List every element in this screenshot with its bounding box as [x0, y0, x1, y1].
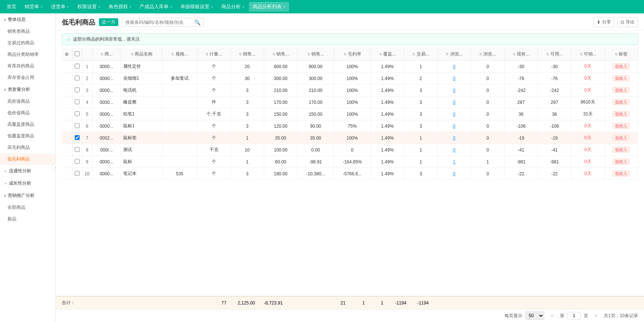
sidebar-item-高毛利商品[interactable]: 高毛利商品	[0, 142, 55, 153]
col-sort-icon[interactable]: ⇅	[307, 52, 310, 56]
col-header-saleProfit[interactable]: ⇅ 销售...	[297, 48, 334, 61]
settings-col-header[interactable]: ⚙	[62, 48, 72, 61]
col-sort-icon[interactable]: ⇅	[379, 52, 382, 56]
col-header-code[interactable]: ⇅ 商...	[92, 48, 121, 61]
sidebar-item-低价值商品[interactable]: 低价值商品	[0, 107, 55, 119]
row-view1[interactable]: 0	[438, 108, 471, 120]
sidebar-item-高价值商品[interactable]: 高价值商品	[0, 96, 55, 107]
share-button[interactable]: ⬆ 分享	[593, 17, 614, 27]
sidebar-item-新品[interactable]: 新品	[0, 213, 55, 225]
row-select-checkbox[interactable]	[75, 76, 80, 80]
col-sort-icon[interactable]: ⇅	[131, 52, 134, 56]
nav-item-商品分析[interactable]: 商品分析×	[218, 2, 248, 12]
row-view1[interactable]: 0	[438, 168, 471, 180]
col-header-view2[interactable]: ⇅ 浏览...	[471, 48, 504, 61]
next-page-button[interactable]: ＞	[591, 312, 601, 320]
nav-close-icon[interactable]: ×	[242, 5, 244, 9]
sidebar-group-类射量分析[interactable]: ∨类射量分析	[0, 83, 55, 96]
nav-item-单据模板设置[interactable]: 单据模板设置×	[177, 2, 217, 12]
row-select-checkbox[interactable]	[75, 99, 80, 104]
col-header-tag[interactable]: ⇅ 标签	[605, 48, 638, 61]
sidebar-item-低毛利商品[interactable]: 低毛利商品	[0, 153, 55, 165]
sidebar-item-有库存的商品[interactable]: 有库存的商品	[0, 60, 55, 72]
export-button[interactable]: ⊡ 导出	[617, 17, 638, 27]
sidebar-group-流通性分析[interactable]: ＞流通性分析	[0, 165, 55, 177]
col-header-view1[interactable]: ⇅ 浏览...	[438, 48, 471, 61]
row-checkbox-cell[interactable]	[72, 144, 82, 156]
sidebar-group-营销推广分析[interactable]: ∨营销推广分析	[0, 189, 55, 202]
row-select-checkbox[interactable]	[75, 87, 80, 92]
col-sort-icon[interactable]: ⇅	[546, 52, 549, 56]
nav-item-销货单[interactable]: 销货单×	[21, 2, 47, 12]
row-settings[interactable]	[62, 132, 72, 144]
nav-item-商品分析列表[interactable]: 商品分析列表×	[249, 2, 289, 12]
sidebar-group-成长性分析[interactable]: ＞成长性分析	[0, 177, 55, 189]
sidebar-item-高覆盖度商品[interactable]: 高覆盖度商品	[0, 119, 55, 130]
sidebar-group-整体信息[interactable]: ∨整体信息	[0, 13, 55, 26]
row-view1[interactable]: 0	[438, 144, 471, 156]
col-sort-icon[interactable]: ⇅	[615, 52, 618, 56]
nav-close-icon[interactable]: ×	[283, 5, 285, 9]
sidebar-item-全部商品[interactable]: 全部商品	[0, 202, 55, 213]
row-select-checkbox[interactable]	[75, 135, 80, 140]
nav-close-icon[interactable]: ×	[41, 5, 43, 9]
col-header-current[interactable]: ⇅ 现有...	[504, 48, 538, 61]
row-view1[interactable]: 0	[438, 120, 471, 132]
col-sort-icon[interactable]: ⇅	[479, 52, 482, 56]
col-header-saleAmt[interactable]: ⇅ 销售...	[264, 48, 297, 61]
col-sort-icon[interactable]: ⇅	[239, 52, 242, 56]
row-select-checkbox[interactable]	[75, 123, 80, 128]
col-header-name[interactable]: ⇅ 商品名称	[121, 48, 162, 61]
row-checkbox-cell[interactable]	[72, 120, 82, 132]
row-settings[interactable]	[62, 61, 72, 73]
row-settings[interactable]	[62, 120, 72, 132]
sidebar-item-低覆盖度商品[interactable]: 低覆盖度商品	[0, 130, 55, 142]
row-view1[interactable]: 0	[438, 73, 471, 85]
nav-item-进货单[interactable]: 进货单×	[47, 2, 73, 12]
row-checkbox-cell[interactable]	[72, 85, 82, 96]
row-settings[interactable]	[62, 85, 72, 96]
sidebar-item-交易过的商品[interactable]: 交易过的商品	[0, 37, 55, 49]
row-settings[interactable]	[62, 168, 72, 180]
nav-close-icon[interactable]: ×	[170, 5, 172, 9]
col-sort-icon[interactable]: ⇅	[100, 52, 103, 56]
row-view1[interactable]: 0	[438, 61, 471, 73]
search-icon[interactable]: 🔍	[194, 19, 201, 25]
sidebar-item-销售类商品[interactable]: 销售类商品	[0, 26, 55, 37]
row-select-checkbox[interactable]	[75, 111, 80, 116]
time-tag-button[interactable]: 近一月	[99, 18, 118, 26]
col-header-spec[interactable]: ⇅ 规格...	[162, 48, 197, 61]
row-checkbox-cell[interactable]	[72, 73, 82, 85]
row-select-checkbox[interactable]	[75, 147, 80, 152]
nav-item-产成品入库单[interactable]: 产成品入库单×	[136, 2, 176, 12]
current-page-input[interactable]	[567, 312, 581, 319]
col-header-grossRate[interactable]: ⇅ 毛利率	[334, 48, 371, 61]
col-sort-icon[interactable]: ⇅	[272, 52, 275, 56]
sidebar-item-商品分类助销率[interactable]: 商品分类助销率	[0, 49, 55, 60]
select-all-checkbox[interactable]	[75, 51, 80, 56]
col-header-saleQty[interactable]: ⇅ 销售...	[231, 48, 264, 61]
nav-item-首页[interactable]: 首页	[3, 2, 20, 12]
row-checkbox-cell[interactable]	[72, 132, 82, 144]
col-sort-icon[interactable]: ⇅	[513, 52, 516, 56]
row-select-checkbox[interactable]	[75, 159, 80, 164]
col-header-txCount[interactable]: ⇅ 交易...	[404, 48, 438, 61]
col-header-saleable[interactable]: ⇅ 可销...	[571, 48, 605, 61]
row-settings[interactable]	[62, 108, 72, 120]
col-sort-icon[interactable]: ⇅	[205, 52, 208, 56]
col-header-coverage[interactable]: ⇅ 覆盖...	[371, 48, 404, 61]
row-checkbox-cell[interactable]	[72, 108, 82, 120]
nav-item-权限设置[interactable]: 权限设置×	[74, 2, 104, 12]
row-settings[interactable]	[62, 73, 72, 85]
row-select-checkbox[interactable]	[75, 64, 80, 68]
row-settings[interactable]	[62, 144, 72, 156]
col-sort-icon[interactable]: ⇅	[343, 52, 346, 56]
select-all-col[interactable]	[72, 48, 82, 61]
row-settings[interactable]	[62, 156, 72, 168]
search-input[interactable]	[125, 20, 192, 25]
nav-item-角色授权[interactable]: 角色授权×	[105, 2, 135, 12]
prev-page-button[interactable]: ＜	[547, 312, 557, 320]
col-sort-icon[interactable]: ⇅	[446, 52, 449, 56]
nav-close-icon[interactable]: ×	[211, 5, 213, 9]
col-header-available[interactable]: ⇅ 可用...	[538, 48, 571, 61]
